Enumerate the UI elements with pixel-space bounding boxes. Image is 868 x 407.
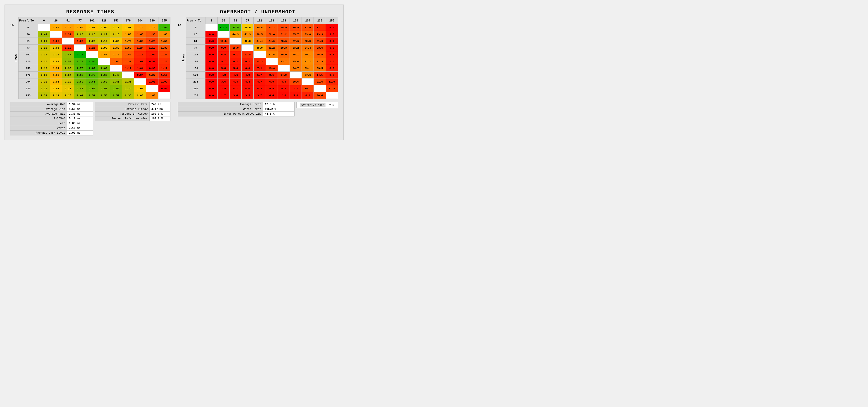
cell: 34.7 (290, 65, 302, 72)
response-times-matrix: FromFrom \ To026517710212815317920423025… (14, 17, 170, 99)
cell (146, 85, 158, 92)
col-header: 77 (74, 18, 86, 24)
cell: 20.4 (314, 92, 326, 99)
cell: 58.8 (242, 24, 254, 31)
col-header: 51 (229, 18, 241, 24)
corner-header: From \ To (18, 18, 38, 24)
cell: 2.5 (217, 85, 229, 92)
row-header: 204 (186, 79, 206, 85)
cell: 4.6 (229, 72, 241, 79)
cell: 2.68 (86, 79, 98, 85)
cell: 1.83 (122, 31, 134, 38)
overshoot-stats-table: Average Error17.8 % Worst Error115.2 % E… (178, 102, 294, 117)
cell: 2.19 (38, 65, 50, 72)
row-header: 153 (186, 65, 206, 72)
cell: 2.03 (50, 85, 62, 92)
col-header: 26 (50, 18, 62, 24)
cell: 1.95 (50, 79, 62, 85)
cell: 115.2 (217, 24, 229, 31)
cell: 39.1 (302, 65, 314, 72)
cell (74, 44, 86, 51)
cell: 31.9 (314, 58, 326, 65)
cell: 3.0 (326, 31, 338, 38)
cell: 1.82 (110, 44, 122, 51)
cell: 1.45 (110, 58, 122, 65)
cell: 2.76 (74, 65, 86, 72)
cell: 1.12 (146, 44, 158, 51)
cell: 2.04 (110, 38, 122, 44)
cell: 37.6 (302, 72, 314, 79)
cell: 8.1 (266, 72, 278, 79)
row-header: 0 (186, 24, 206, 31)
cell: 0.94 (134, 72, 146, 79)
cell: 4.4 (266, 92, 278, 99)
cell: 1.99 (98, 44, 110, 51)
cell: 19.3 (314, 31, 326, 38)
cell: 2.53 (98, 79, 110, 85)
cell: 1.39 (134, 38, 146, 44)
cell: 5.7 (254, 72, 266, 79)
cell: 1.69 (158, 31, 170, 38)
to-label-right: To (178, 24, 181, 27)
cell: 2.20 (62, 79, 74, 85)
cell: 41.3 (242, 31, 254, 38)
response-stats-left: Average G2G1.94 ms Average Rise1.55 ms A… (10, 102, 93, 135)
cell: 4.7 (254, 79, 266, 85)
cell: 1.72 (122, 38, 134, 44)
cell (62, 38, 74, 44)
overshoot-matrix: FromFrom \ To026517710212815317920423025… (181, 17, 338, 99)
cell (266, 58, 278, 65)
cell: 1.25 (86, 44, 98, 51)
cell: 2.96 (86, 58, 98, 65)
cell: 4.9 (242, 72, 254, 79)
cell: 8.2 (242, 58, 254, 65)
cell: 34.4 (302, 44, 314, 51)
cell: 1.10 (158, 72, 170, 79)
cell: 9.0 (217, 44, 229, 51)
row-header: 128 (18, 58, 38, 65)
cell (38, 24, 50, 31)
cell: 2.31 (38, 92, 50, 99)
cell: 8.8 (278, 79, 289, 85)
row-header: 230 (18, 85, 38, 92)
cell: 2.57 (110, 92, 122, 99)
cell: 23.3 (266, 24, 278, 31)
col-header: 179 (122, 18, 134, 24)
cell: 0.0 (206, 72, 217, 79)
row-header: 128 (186, 58, 206, 65)
cell (254, 51, 266, 58)
cell: 33.7 (278, 58, 289, 65)
cell: 14.1 (314, 72, 326, 79)
cell: 27.6 (290, 38, 302, 44)
cell: 7.7 (290, 85, 302, 92)
col-header: 51 (62, 18, 74, 24)
cell: 1.13 (62, 44, 74, 51)
cell: 2.09 (134, 92, 146, 99)
cell: 2.50 (98, 92, 110, 99)
cell: 2.87 (158, 24, 170, 31)
cell (134, 79, 146, 85)
cell: 2.16 (110, 31, 122, 38)
cell: 95.5 (229, 24, 241, 31)
cell: 48.0 (254, 44, 266, 51)
cell: 1.53 (122, 44, 134, 51)
cell: 1.16 (158, 58, 170, 65)
cell: 22.4 (266, 31, 278, 38)
response-times-title: RESPONSE TIMES (10, 9, 170, 15)
row-header: 51 (186, 38, 206, 44)
response-stats-right: Refresh Rate240 Hz Refresh Window4.17 ms… (95, 102, 170, 121)
cell: 44.3 (229, 31, 241, 38)
cell: 1.7 (217, 92, 229, 99)
cell: 2.68 (74, 72, 86, 79)
cell (158, 92, 170, 99)
cell: 6.0 (242, 65, 254, 72)
cell: 49.8 (242, 38, 254, 44)
col-header: 102 (254, 18, 266, 24)
cell: 1.74 (134, 24, 146, 31)
cell: 29.0 (278, 51, 289, 58)
cell: 1.84 (50, 24, 62, 31)
cell: 2.22 (38, 79, 50, 85)
cell: 21.0 (314, 38, 326, 44)
cell: 8.8 (326, 72, 338, 79)
row-header: 102 (18, 51, 38, 58)
